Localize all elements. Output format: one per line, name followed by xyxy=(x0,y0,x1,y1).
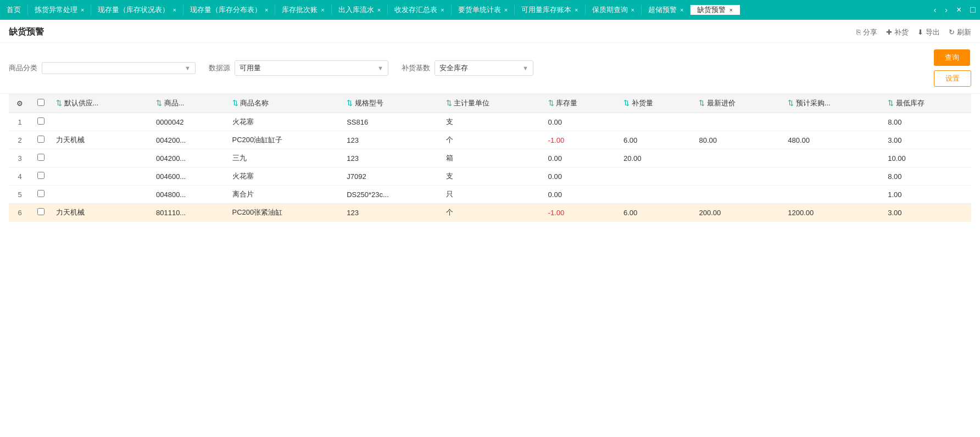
tab-item-inventory-dist[interactable]: 现存量（库存分布表）× xyxy=(183,5,275,15)
share-action[interactable]: ⎘ 分享 xyxy=(856,27,877,37)
supplier-column-header[interactable]: ⇅ 默认供应... xyxy=(51,94,151,113)
tab-maximize-button[interactable]: □ xyxy=(966,0,980,20)
tab-item-overstock[interactable]: 超储预警× xyxy=(642,5,691,15)
spec-column-header[interactable]: ⇅ 规格型号 xyxy=(341,94,440,113)
refresh-action[interactable]: ↻ 刷新 xyxy=(949,27,971,37)
tab-item-expiry-query[interactable]: 保质期查询× xyxy=(586,5,642,15)
replenish-icon: ✚ xyxy=(886,28,892,36)
tab-close-abnormal[interactable]: × xyxy=(81,7,84,13)
replenish-qty-cell: 6.00 xyxy=(618,131,693,149)
table-row: 3 004200... 三九 123 箱 0.00 20.00 10.00 xyxy=(9,149,971,167)
replenish-basis-select[interactable]: 安全库存 ▼ xyxy=(435,60,533,76)
spec-cell: J7092 xyxy=(341,167,440,186)
tab-close-button[interactable]: × xyxy=(952,0,966,20)
tab-close-expiry-query[interactable]: × xyxy=(631,7,634,13)
sort-icon: ⇅ xyxy=(232,99,238,107)
latest-price-header-label: 最新进价 xyxy=(707,99,736,107)
replenish-qty-column-header[interactable]: ⇅ 补货量 xyxy=(618,94,693,113)
min-inventory-cell: 3.00 xyxy=(882,204,971,222)
table-row: 5 004800... 离合片 DS250*23c... 只 0.00 1.00 xyxy=(9,186,971,204)
replenish-action[interactable]: ✚ 补货 xyxy=(886,27,909,37)
tab-close-inout-flow[interactable]: × xyxy=(377,7,381,13)
tab-close-shortage[interactable]: × xyxy=(729,7,732,13)
product-code-cell: 004200... xyxy=(151,131,227,149)
checkbox-column-header[interactable] xyxy=(31,94,51,113)
tab-label-available-ledger: 可用量库存账本 xyxy=(521,5,571,15)
row-checkbox[interactable] xyxy=(37,172,44,179)
tab-label-batch-account: 库存批次账 xyxy=(282,5,318,15)
estimated-purchase-column-header[interactable]: ⇅ 预计采购... xyxy=(782,94,882,113)
latest-price-cell: 200.00 xyxy=(693,204,782,222)
row-checkbox[interactable] xyxy=(37,136,44,143)
latest-price-column-header[interactable]: ⇅ 最新进价 xyxy=(693,94,782,113)
spec-cell: DS250*23c... xyxy=(341,186,440,204)
inventory-column-header[interactable]: ⇅ 库存量 xyxy=(543,94,618,113)
export-action[interactable]: ⬇ 导出 xyxy=(917,27,940,37)
main-content: 缺货预警 ⎘ 分享 ✚ 补货 ⬇ 导出 ↻ 刷新 商品分类 xyxy=(0,20,980,437)
tab-close-overstock[interactable]: × xyxy=(680,7,683,13)
tab-item-home[interactable]: 首页 xyxy=(0,5,28,15)
tab-close-inventory-status[interactable]: × xyxy=(172,7,176,13)
tab-next-button[interactable]: › xyxy=(940,0,952,20)
row-checkbox[interactable] xyxy=(37,190,44,197)
select-all-checkbox[interactable] xyxy=(37,99,44,106)
row-checkbox-cell[interactable] xyxy=(31,131,51,149)
page-title: 缺货预警 xyxy=(9,26,44,38)
tab-label-expiry-query: 保质期查询 xyxy=(592,5,628,15)
export-label: 导出 xyxy=(926,27,940,37)
tab-item-abnormal[interactable]: 拣货异常处理× xyxy=(28,5,91,15)
tab-close-receipt-summary[interactable]: × xyxy=(441,7,444,13)
tab-prev-button[interactable]: ‹ xyxy=(929,0,941,20)
min-inventory-column-header[interactable]: ⇅ 最低库存 xyxy=(882,94,971,113)
estimated-purchase-cell xyxy=(782,186,882,204)
row-num-cell: 4 xyxy=(9,167,31,186)
product-name-column-header[interactable]: ⇅ 商品名称 xyxy=(227,94,342,113)
row-checkbox-cell[interactable] xyxy=(31,149,51,167)
product-code-column-header[interactable]: ⇅ 商品... xyxy=(151,94,227,113)
table-container: ⚙ ⇅ 默认供应... ⇅ 商品... ⇅ 商品名称 xyxy=(0,94,980,222)
product-code-cell: 004200... xyxy=(151,149,227,167)
category-select[interactable]: ▼ xyxy=(42,62,196,74)
supplier-cell xyxy=(51,113,151,131)
tab-item-receipt-summary[interactable]: 收发存汇总表× xyxy=(388,5,451,15)
settings-button[interactable]: 设置 xyxy=(934,70,971,87)
query-button[interactable]: 查询 xyxy=(934,49,970,66)
unit-column-header[interactable]: ⇅ 主计量单位 xyxy=(441,94,543,113)
row-checkbox-cell[interactable] xyxy=(31,204,51,222)
share-label: 分享 xyxy=(863,27,877,37)
row-checkbox-cell[interactable] xyxy=(31,113,51,131)
table-row: 4 004600... 火花塞 J7092 支 0.00 8.00 xyxy=(9,167,971,186)
sort-icon: ⇅ xyxy=(623,99,630,107)
tab-item-shortage[interactable]: 缺货预警× xyxy=(691,5,739,15)
tab-item-batch-account[interactable]: 库存批次账× xyxy=(275,5,331,15)
row-checkbox[interactable] xyxy=(37,208,44,215)
datasource-label: 数据源 xyxy=(209,63,230,73)
row-checkbox[interactable] xyxy=(37,154,44,161)
row-checkbox-cell[interactable] xyxy=(31,186,51,204)
product-code-cell: 0000042 xyxy=(151,113,227,131)
datasource-select[interactable]: 可用量 ▼ xyxy=(235,60,388,76)
settings-column-header[interactable]: ⚙ xyxy=(9,94,31,113)
inventory-cell: 0.00 xyxy=(543,113,618,131)
product-name-header-label: 商品名称 xyxy=(240,99,269,107)
estimated-purchase-cell xyxy=(782,113,882,131)
product-code-header-label: 商品... xyxy=(164,99,185,107)
inventory-cell: -1.00 xyxy=(543,131,618,149)
tab-close-demand-stat[interactable]: × xyxy=(504,7,508,13)
row-num-cell: 3 xyxy=(9,149,31,167)
product-code-cell: 004800... xyxy=(151,186,227,204)
tab-close-batch-account[interactable]: × xyxy=(321,7,324,13)
tab-item-inout-flow[interactable]: 出入库流水× xyxy=(332,5,388,15)
tab-item-inventory-status[interactable]: 现存量（库存状况表）× xyxy=(91,5,183,15)
replenish-label: 补货 xyxy=(894,27,909,37)
tab-item-available-ledger[interactable]: 可用量库存账本× xyxy=(515,5,585,15)
tab-item-demand-stat[interactable]: 要货单统计表× xyxy=(452,5,515,15)
tab-close-available-ledger[interactable]: × xyxy=(575,7,578,13)
supplier-cell xyxy=(51,149,151,167)
product-code-cell: 004600... xyxy=(151,167,227,186)
row-checkbox[interactable] xyxy=(37,117,44,125)
row-checkbox-cell[interactable] xyxy=(31,167,51,186)
estimated-purchase-cell: 1200.00 xyxy=(782,204,882,222)
tab-close-inventory-dist[interactable]: × xyxy=(265,7,268,13)
replenish-qty-header-label: 补货量 xyxy=(632,99,653,107)
